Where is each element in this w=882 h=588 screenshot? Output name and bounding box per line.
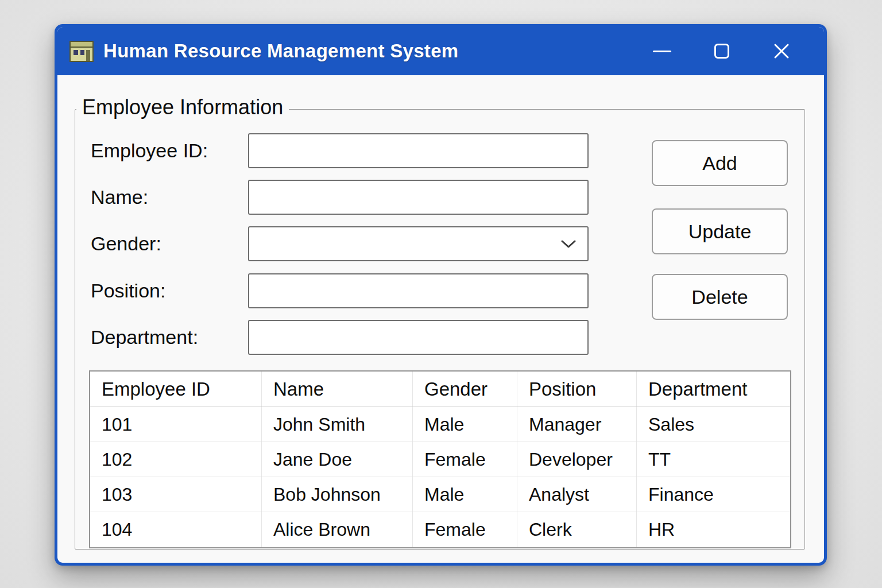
gender-label: Gender: [91, 226, 161, 261]
table-header-department[interactable]: Department [636, 372, 790, 407]
table-cell: Developer [517, 442, 636, 477]
table-row[interactable]: 104Alice BrownFemaleClerkHR [90, 512, 790, 547]
table-cell: 103 [90, 477, 261, 512]
table-row[interactable]: 103Bob JohnsonMaleAnalystFinance [90, 477, 790, 512]
table-cell: TT [636, 442, 790, 477]
window-controls [632, 33, 811, 69]
chevron-down-icon [561, 239, 576, 249]
table-cell: Female [412, 512, 517, 547]
table-row[interactable]: 102Jane DoeFemaleDeveloperTT [90, 442, 790, 477]
name-field[interactable] [248, 180, 589, 215]
table-cell: Finance [636, 477, 790, 512]
table-cell: Alice Brown [261, 512, 412, 547]
gender-combobox[interactable] [248, 226, 589, 261]
close-icon [772, 42, 791, 60]
table-cell: Jane Doe [261, 442, 412, 477]
delete-button[interactable]: Delete [652, 274, 788, 320]
table-cell: Female [412, 442, 517, 477]
table-cell: John Smith [261, 407, 412, 442]
table-cell: Male [412, 477, 517, 512]
employee-id-label: Employee ID: [91, 133, 208, 168]
table-header-gender[interactable]: Gender [412, 372, 517, 407]
department-label: Department: [91, 320, 198, 355]
window-title: Human Resource Management System [103, 40, 458, 62]
table-cell: Male [412, 407, 517, 442]
employee-table: Employee ID Name Gender Position Departm… [89, 370, 791, 548]
add-button[interactable]: Add [652, 140, 788, 186]
groupbox-legend: Employee Information [76, 95, 289, 119]
table-header-employee-id[interactable]: Employee ID [90, 372, 261, 407]
table-header-row: Employee ID Name Gender Position Departm… [90, 372, 790, 407]
position-field[interactable] [248, 273, 589, 308]
close-button[interactable] [752, 33, 811, 69]
table-cell: HR [636, 512, 790, 547]
table-cell: Manager [517, 407, 636, 442]
employee-id-field[interactable] [248, 133, 589, 168]
name-label: Name: [91, 180, 148, 215]
table-body: 101John SmithMaleManagerSales102Jane Doe… [90, 407, 790, 547]
maximize-button[interactable] [692, 33, 752, 69]
table-cell: Clerk [517, 512, 636, 547]
update-button[interactable]: Update [652, 208, 788, 254]
position-label: Position: [91, 273, 165, 308]
table-cell: 104 [90, 512, 261, 547]
minimize-button[interactable] [632, 33, 692, 69]
table-cell: Analyst [517, 477, 636, 512]
department-field[interactable] [248, 320, 589, 355]
table-row[interactable]: 101John SmithMaleManagerSales [90, 407, 790, 442]
table-cell: Bob Johnson [261, 477, 412, 512]
table-header-name[interactable]: Name [261, 372, 412, 407]
table-cell: Sales [636, 407, 790, 442]
building-icon [69, 40, 94, 63]
table-cell: 101 [90, 407, 261, 442]
app-window: Human Resource Management System Employe… [55, 24, 827, 566]
table-cell: 102 [90, 442, 261, 477]
table-header-position[interactable]: Position [517, 372, 636, 407]
maximize-icon [714, 44, 729, 59]
title-bar[interactable]: Human Resource Management System [57, 27, 824, 75]
minimize-icon [653, 51, 671, 52]
